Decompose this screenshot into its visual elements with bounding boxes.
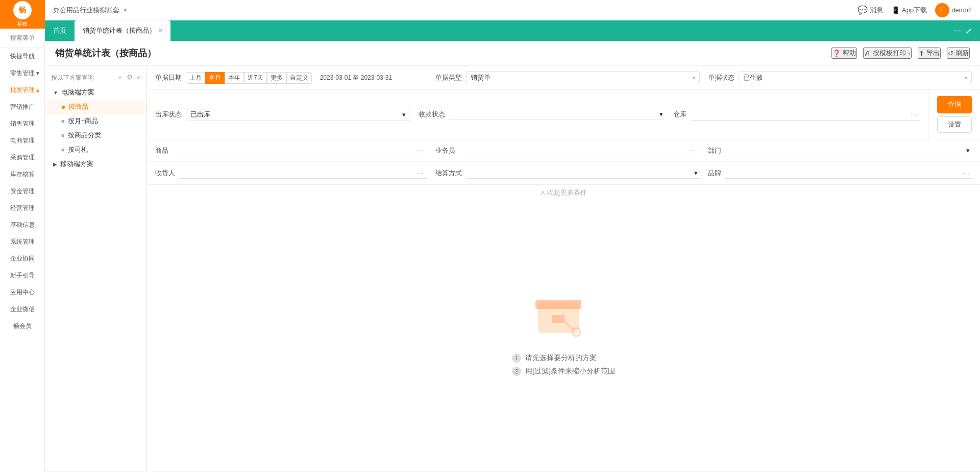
filter-salesperson-label: 业务员	[435, 146, 455, 155]
filter-product-input[interactable]: ···	[173, 145, 427, 156]
sidebar-item-newbie[interactable]: 新手引导	[0, 267, 44, 284]
main-layout: 按以下方案查询 ＋ ⚙ « ▼ 电脑端方案 ● 按商品	[45, 66, 980, 471]
tab-maximize-icon[interactable]: ⤢	[965, 26, 972, 36]
date-tab-this-year[interactable]: 本年	[225, 72, 244, 84]
filter-dept-label: 部门	[708, 146, 721, 155]
sidebar-item-wechat[interactable]: 企业微信	[0, 301, 44, 318]
product-dots-icon: ···	[418, 146, 426, 154]
logo-icon: 畅	[13, 1, 32, 19]
messages-button[interactable]: 💬 消息	[857, 5, 883, 15]
collab-label: 企业协同	[10, 254, 35, 263]
sidebar-item-purchase[interactable]: 采购管理	[0, 149, 44, 166]
sidebar-item-quicknav[interactable]: 快捷导航	[0, 48, 44, 65]
paymethod-arrow-icon: ▾	[694, 169, 698, 177]
export-button[interactable]: ⬆ 导出	[918, 48, 941, 59]
subitem-label-driver: 按司机	[68, 145, 88, 154]
filter-dept-select[interactable]: ▾	[725, 145, 972, 156]
sidebar-item-inventory[interactable]: 库存核算	[0, 166, 44, 183]
collapse-panel-icon[interactable]: «	[136, 73, 140, 82]
tree-subitem-by-product[interactable]: ● 按商品	[45, 100, 146, 114]
left-panel-header: 按以下方案查询 ＋ ⚙ «	[45, 70, 146, 85]
empty-hint-2: 2 用[过滤]条件来缩小分析范围	[512, 367, 615, 376]
add-scheme-icon[interactable]: ＋	[116, 73, 124, 82]
tree-subitem-driver[interactable]: ■ 按司机	[45, 143, 146, 157]
sidebar-item-wholesale[interactable]: 批发管理 ▲	[0, 82, 44, 99]
sidebar-item-vip[interactable]: 畅会员	[0, 318, 44, 335]
date-tab-more[interactable]: 更多	[267, 72, 286, 84]
svg-rect-3	[552, 315, 565, 323]
help-button[interactable]: ❓ 帮助	[831, 48, 857, 59]
tab-home[interactable]: 首页	[45, 20, 75, 41]
wholesale-label: 批发管理	[10, 86, 35, 95]
dept-arrow-icon: ▾	[966, 147, 970, 154]
vip-label: 畅会员	[13, 322, 32, 331]
settings-button[interactable]: 设置	[937, 116, 972, 133]
filter-stockstatus-item: 出库状态 已出库 ▾	[155, 108, 410, 121]
date-tab-7days[interactable]: 近7天	[244, 72, 267, 84]
filter-warehouse-label: 仓库	[673, 110, 687, 119]
tab-sales-stats[interactable]: 销货单统计表（按商品） ×	[75, 20, 170, 41]
filter-warehouse-input[interactable]: ···	[691, 109, 920, 121]
filter-receiver-input[interactable]: ···	[179, 167, 427, 179]
sidebar-item-basic[interactable]: 基础信息	[0, 217, 44, 233]
hint1-text: 请先选择要分析的方案	[525, 353, 597, 363]
tree-arrow-icon: ▼	[53, 90, 58, 96]
user-profile[interactable]: E demo2	[935, 3, 972, 17]
filter-paymethod-select[interactable]: ▾	[466, 168, 699, 179]
sales-label: 销售管理	[10, 120, 35, 128]
date-tab-this-month[interactable]: 本月	[205, 72, 225, 84]
docstatus-value: 已生效	[743, 73, 763, 82]
filter-paymentstatus-label: 收款状态	[419, 110, 445, 119]
tree-item-desktop[interactable]: ▼ 电脑端方案	[45, 85, 146, 100]
print-icon: 🖨	[864, 50, 871, 57]
settings-scheme-icon[interactable]: ⚙	[127, 73, 133, 82]
filter-stockstatus-select[interactable]: 已出库 ▾	[186, 108, 410, 121]
subitem-icon-category: ■	[61, 132, 65, 138]
help-icon: ❓	[832, 50, 841, 57]
sidebar-item-finance[interactable]: 资金管理	[0, 183, 44, 200]
tab-minimize-icon[interactable]: —	[953, 26, 961, 35]
operations-label: 经营管理	[10, 204, 35, 213]
quicknav-label: 快捷导航	[10, 52, 35, 61]
sidebar-item-collab[interactable]: 企业协同	[0, 250, 44, 267]
filter-salesperson-input[interactable]: ···	[459, 145, 699, 156]
wholesale-arrow-icon: ▲	[35, 87, 40, 93]
tree-mobile-arrow-icon: ▶	[53, 161, 57, 167]
doctype-value: 销货单	[471, 73, 491, 82]
filter-paymentstatus-select[interactable]: ▾	[449, 109, 666, 120]
filter-row-2-container: 出库状态 已出库 ▾ 收款状态	[147, 90, 980, 139]
basic-label: 基础信息	[10, 221, 35, 229]
svg-rect-1	[535, 300, 581, 309]
page-title: 销货单统计表（按商品）	[55, 47, 156, 59]
refresh-button[interactable]: ↺ 刷新	[947, 48, 970, 59]
print-button[interactable]: 🖨 按模板打印 ▾	[863, 48, 912, 59]
hint2-text: 用[过滤]条件来缩小分析范围	[525, 367, 615, 376]
help-label: 帮助	[843, 49, 856, 58]
app-download-label: App下载	[902, 6, 927, 15]
app-download-button[interactable]: 📱 App下载	[891, 6, 927, 15]
collapse-filters-button[interactable]: ∧ 收起更多条件	[147, 184, 980, 200]
sidebar-item-sales[interactable]: 销售管理	[0, 115, 44, 132]
tree-item-mobile[interactable]: ▶ 移动端方案	[45, 157, 146, 171]
sidebar-item-appcenter[interactable]: 应用中心	[0, 284, 44, 301]
filter-docstatus-select[interactable]: 已生效 ▾	[739, 71, 972, 84]
sidebar-item-system[interactable]: 系统管理	[0, 233, 44, 250]
sidebar-item-operations[interactable]: 经营管理	[0, 200, 44, 217]
query-button[interactable]: 查询	[937, 96, 972, 113]
filter-brand-input[interactable]: ···	[725, 167, 972, 179]
paymentstatus-arrow-icon: ▾	[659, 110, 663, 118]
topbar: 办公用品行业模拟账套 ▾ 💬 消息 📱 App下载 E demo2	[45, 0, 980, 20]
sidebar-item-ecommerce[interactable]: 电商管理	[0, 132, 44, 149]
tree-subitem-month-product[interactable]: ■ 按月+商品	[45, 114, 146, 128]
filter-doctype-select[interactable]: 销货单 ▾	[466, 71, 699, 84]
date-tab-custom[interactable]: 自定义	[286, 72, 312, 84]
sidebar-search-item[interactable]: 搜索菜单	[0, 29, 44, 48]
tree-subitem-category[interactable]: ■ 按商品分类	[45, 128, 146, 143]
date-tab-last-month[interactable]: 上月	[186, 72, 205, 84]
filter-row-4: 收货人 ··· 结算方式 ▾	[147, 162, 980, 184]
marketing-label: 营销推广	[10, 103, 35, 111]
tab-close-icon[interactable]: ×	[159, 27, 162, 34]
sidebar-item-retail[interactable]: 零售管理 ▼	[0, 65, 44, 82]
sidebar-item-marketing[interactable]: 营销推广	[0, 99, 44, 115]
topbar-dropdown-icon[interactable]: ▾	[124, 6, 127, 14]
